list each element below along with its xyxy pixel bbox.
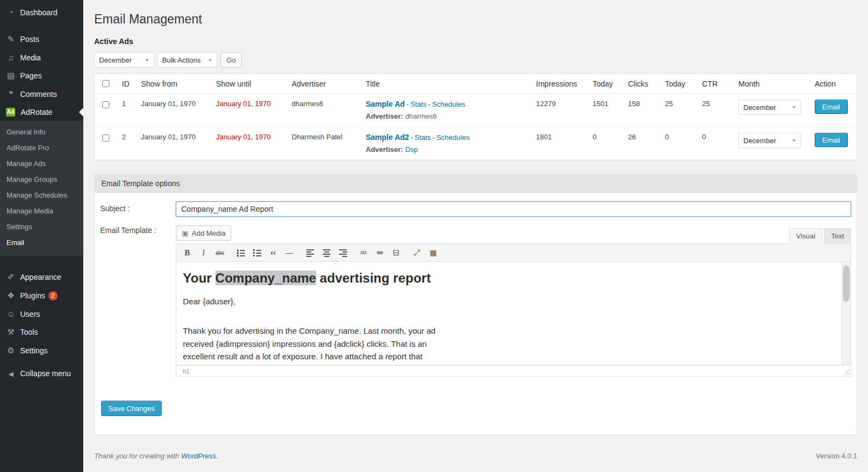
align-left-icon[interactable]	[303, 246, 318, 259]
show-until-date: January 01, 1970	[211, 94, 286, 127]
bulk-actions-select[interactable]: Bulk Actions▼	[157, 52, 217, 68]
tab-visual[interactable]: Visual	[789, 228, 822, 244]
tools-icon	[5, 327, 16, 337]
italic-icon[interactable]	[196, 246, 211, 259]
month-filter-select[interactable]: December▼	[94, 52, 154, 68]
column-header-month: Month	[733, 74, 809, 94]
align-center-icon[interactable]	[319, 246, 334, 259]
plugins-icon	[5, 291, 16, 301]
current-menu-arrow-icon	[75, 108, 83, 117]
email-button[interactable]: Email	[815, 133, 848, 147]
link-icon[interactable]	[356, 246, 371, 259]
today-impressions-value: 1501	[587, 94, 623, 127]
stats-link[interactable]: Stats	[410, 100, 427, 108]
horizontal-rule-icon[interactable]	[282, 246, 297, 259]
go-button[interactable]: Go	[220, 52, 242, 68]
settings-icon	[5, 346, 16, 355]
sidebar-subitem-email[interactable]: Email	[0, 235, 83, 250]
ad-title-link[interactable]: Sample Ad2	[366, 133, 409, 142]
page-title: Email Management	[94, 11, 857, 27]
editor-statusbar: h1	[176, 365, 851, 377]
row-checkbox[interactable]	[102, 134, 109, 142]
panel-body: Subject : Email Template : ▣Add Media Vi…	[95, 193, 857, 434]
sidebar-subitem-settings[interactable]: Settings	[0, 219, 83, 235]
save-changes-button[interactable]: Save Changes	[101, 401, 162, 416]
email-template-panel: Email Template options Subject : Email T…	[94, 174, 857, 435]
schedules-link[interactable]: Schedules	[436, 133, 470, 142]
tab-text[interactable]: Text	[824, 228, 851, 243]
sidebar-item-dashboard[interactable]: Dashboard	[0, 3, 83, 21]
ctr-value: 0	[697, 127, 733, 160]
unlink-icon[interactable]	[372, 246, 387, 259]
scrollbar-thumb[interactable]	[843, 266, 849, 302]
sidebar-item-plugins[interactable]: Plugins2	[0, 286, 83, 305]
fullscreen-icon[interactable]	[409, 246, 424, 259]
selected-text: Company_name	[216, 271, 316, 285]
today-clicks-value: 25	[660, 94, 697, 127]
bold-icon[interactable]	[180, 246, 195, 259]
sidebar-item-posts[interactable]: Posts	[0, 30, 83, 48]
collapse-menu-button[interactable]: Collapse menu	[0, 364, 83, 382]
sidebar-subitem-general-info[interactable]: General Info	[0, 124, 83, 140]
panel-header: Email Template options	[95, 175, 857, 193]
column-header-advertiser: Advertiser	[286, 74, 360, 94]
row-checkbox[interactable]	[102, 101, 109, 108]
add-media-button[interactable]: ▣Add Media	[176, 225, 231, 241]
users-icon	[5, 309, 16, 318]
stats-link[interactable]: Stats	[415, 133, 431, 142]
column-header-ctr: CTR	[697, 74, 733, 94]
subject-row: Subject :	[100, 201, 851, 217]
sidebar-subitem-manage-ads[interactable]: Manage Ads	[0, 156, 83, 171]
comments-icon	[5, 89, 16, 99]
editor-content[interactable]: Your Company_name advertising report Dea…	[176, 262, 851, 365]
editor-toolbar	[176, 243, 851, 262]
row-month-select[interactable]: December▼	[738, 100, 801, 115]
schedules-link[interactable]: Schedules	[432, 100, 465, 108]
posts-icon	[5, 34, 16, 44]
numbered-list-icon[interactable]	[249, 246, 264, 259]
sidebar-subitem-manage-media[interactable]: Manage Media	[0, 203, 83, 219]
show-until-date: January 01, 1970	[211, 127, 286, 160]
ad-title-link[interactable]: Sample Ad	[366, 100, 405, 108]
strikethrough-icon[interactable]	[212, 246, 227, 259]
table-row: 2 January 01, 1970 January 01, 1970 Dhar…	[95, 127, 857, 160]
template-heading: Your Company_name advertising report	[183, 271, 436, 286]
sidebar-item-pages[interactable]: Pages	[0, 66, 83, 85]
column-header-show-from: Show from	[136, 74, 211, 94]
sidebar-item-comments[interactable]: Comments	[0, 85, 83, 103]
blockquote-icon[interactable]	[266, 246, 281, 259]
sidebar-item-label: Posts	[20, 35, 39, 44]
advertiser-label: Advertiser:	[366, 145, 403, 154]
row-month-select[interactable]: December▼	[738, 133, 801, 148]
editor-scrollbar[interactable]	[841, 262, 851, 365]
subject-input[interactable]	[176, 201, 851, 217]
sidebar-item-label: AdRotate	[21, 108, 52, 117]
resize-grip-icon[interactable]	[842, 368, 849, 375]
sidebar-subitem-manage-groups[interactable]: Manage Groups	[0, 171, 83, 187]
toolbar-toggle-icon[interactable]	[426, 246, 441, 259]
collapse-arrow-icon	[5, 369, 16, 378]
bulleted-list-icon[interactable]	[233, 246, 248, 259]
more-tag-icon[interactable]	[389, 246, 404, 259]
sidebar-item-settings[interactable]: Settings	[0, 341, 83, 360]
sidebar-item-media[interactable]: Media	[0, 48, 83, 66]
sidebar-item-appearance[interactable]: Appearance	[0, 268, 83, 286]
active-ads-table: ID Show from Show until Advertiser Title…	[94, 73, 857, 160]
row-month-value: December	[743, 103, 776, 112]
email-button[interactable]: Email	[815, 100, 848, 114]
select-all-checkbox[interactable]	[102, 80, 109, 87]
advertiser-name-link[interactable]: Dsp	[405, 145, 418, 154]
wordpress-link[interactable]: WordPress	[181, 452, 216, 460]
sidebar-item-label: Dashboard	[20, 8, 58, 17]
pages-icon	[5, 71, 16, 81]
clicks-value: 158	[623, 94, 660, 127]
sidebar-subitem-adrotate-pro[interactable]: AdRotate Pro	[0, 140, 83, 156]
sidebar-subitem-manage-schedules[interactable]: Manage Schedules	[0, 187, 83, 203]
column-header-clicks: Clicks	[623, 74, 660, 94]
admin-menu: Dashboard Posts Media Pages Comments Ad …	[0, 3, 83, 121]
align-right-icon[interactable]	[335, 246, 350, 259]
sidebar-item-adrotate[interactable]: Ad AdRotate	[0, 103, 83, 121]
chevron-down-icon: ▼	[792, 138, 796, 143]
sidebar-item-users[interactable]: Users	[0, 305, 83, 323]
sidebar-item-tools[interactable]: Tools	[0, 323, 83, 341]
